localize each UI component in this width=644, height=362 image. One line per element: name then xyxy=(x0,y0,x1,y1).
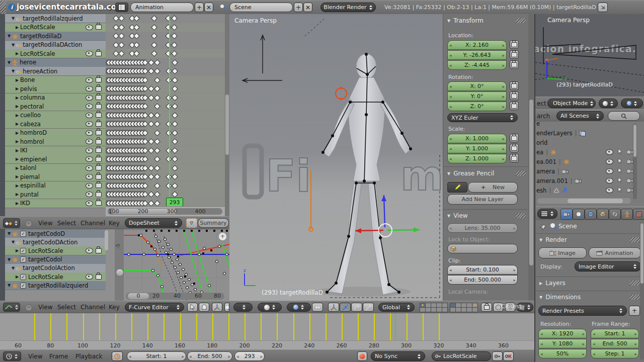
timeline-keyframe-line[interactable] xyxy=(245,313,246,340)
dope-key-row[interactable] xyxy=(106,102,225,111)
rotation-field-0[interactable]: ◂X: 0°▸ xyxy=(447,81,507,91)
keyframe-diamond[interactable] xyxy=(172,130,178,136)
dope-key-row[interactable] xyxy=(106,155,225,163)
renderable-camera-icon[interactable] xyxy=(627,178,633,183)
range-field-1[interactable]: ◂End: 500▸ xyxy=(591,339,639,348)
timeline-keyframe-line[interactable] xyxy=(131,313,132,340)
dope-key-row[interactable] xyxy=(106,94,225,102)
keyframe-point[interactable] xyxy=(162,246,164,248)
dope-key-row[interactable] xyxy=(106,41,225,49)
transform-panel-header[interactable]: ▼Transform xyxy=(447,17,484,24)
keyframe-diamond[interactable] xyxy=(133,15,140,22)
screen-layout-field[interactable]: Animation xyxy=(130,3,194,12)
dope-mode-dropdown[interactable]: DopeSheet xyxy=(125,218,182,228)
expand-panel-plus-icon[interactable]: + xyxy=(218,232,227,241)
timeline-keyframe-line[interactable] xyxy=(293,313,294,340)
keyframe-point[interactable] xyxy=(171,261,173,263)
keyframe-point[interactable] xyxy=(203,247,205,249)
graph-channel-targetrodillalzquierd[interactable]: ▼✓targetRodillalzquierd xyxy=(5,281,106,290)
timeline-keyframe-line[interactable] xyxy=(34,313,35,340)
keyframe-point[interactable] xyxy=(168,256,170,258)
outliner-row-amera[interactable]: amera| xyxy=(536,166,632,176)
expand-right-icon[interactable]: ▶ xyxy=(14,275,20,279)
decrement-arrow[interactable]: ◂ xyxy=(448,43,453,48)
decrement-arrow[interactable]: ◂ xyxy=(448,63,453,68)
keyframe-diamond[interactable] xyxy=(151,24,157,31)
panel-drag-widget[interactable] xyxy=(630,281,640,286)
renderable-camera-icon[interactable] xyxy=(627,168,633,173)
keyframe-diamond[interactable] xyxy=(133,50,140,57)
decrement-arrow[interactable]: ◂ xyxy=(448,53,453,58)
dope-key-row[interactable] xyxy=(106,190,225,199)
decrement-arrow[interactable]: ◂ xyxy=(448,84,453,89)
graph-channel-targetcododaction[interactable]: ▼◇◆targetCodoDAction xyxy=(5,238,106,246)
keyframe-point[interactable] xyxy=(186,286,188,289)
keyframe-diamond[interactable] xyxy=(148,121,154,127)
rotation-lock-button-0[interactable] xyxy=(510,81,519,90)
location-field-2[interactable]: ◂Z: -4.445▸ xyxy=(447,60,507,70)
dope-key-row[interactable] xyxy=(106,146,225,155)
keyframe-diamond[interactable] xyxy=(154,191,160,198)
keyframe-diamond[interactable] xyxy=(154,138,160,145)
timeline-keyframe-line[interactable] xyxy=(342,313,343,340)
keyframe-point[interactable] xyxy=(223,272,225,275)
expand-down-icon[interactable]: ▼ xyxy=(6,283,12,288)
dope-ruler[interactable]: 100200300400 xyxy=(106,206,225,216)
increment-arrow[interactable]: ▸ xyxy=(633,331,638,336)
dope-key-row[interactable] xyxy=(106,49,225,58)
editor-type-screen-layout-icon[interactable] xyxy=(115,3,128,12)
view-panel-header[interactable]: ▼View xyxy=(447,212,468,219)
range-field-0[interactable]: ◂Start: 1▸ xyxy=(591,329,639,338)
increment-arrow[interactable]: ▸ xyxy=(501,136,506,141)
keyframe-diamond[interactable] xyxy=(154,95,160,101)
dope-current-frame-line[interactable] xyxy=(169,14,170,206)
channel-checkbox[interactable]: ✓ xyxy=(20,231,26,237)
tab-texture[interactable] xyxy=(633,209,644,220)
expand-down-icon[interactable]: ▼ xyxy=(10,240,16,244)
summary-toggle[interactable]: Summary xyxy=(198,218,229,228)
visibility-eye-icon[interactable] xyxy=(606,188,613,193)
dope-key-area[interactable] xyxy=(0,14,229,216)
dope-key-row[interactable] xyxy=(106,182,225,190)
keyframe-diamond[interactable] xyxy=(133,33,140,39)
keyframe-point[interactable] xyxy=(157,240,160,242)
keyframe-point[interactable] xyxy=(165,251,167,253)
timeline-keyframe-line[interactable] xyxy=(374,313,375,340)
keyframe-diamond[interactable] xyxy=(172,59,178,66)
keyframe-diamond[interactable] xyxy=(151,42,157,48)
manipulator-rotate-icon[interactable] xyxy=(351,303,362,312)
outliner-row-esh[interactable]: esh| xyxy=(536,186,632,195)
timeline-keyframe-line[interactable] xyxy=(423,313,424,340)
timeline-ruler[interactable]: 6080100120140160180200220240260280300320… xyxy=(0,340,534,350)
timeline-keyframe-line[interactable] xyxy=(407,313,408,340)
increment-arrow[interactable]: ▸ xyxy=(501,53,506,58)
keyframe-diamond[interactable] xyxy=(154,183,160,189)
keyframe-point[interactable] xyxy=(160,285,163,288)
tab-world[interactable] xyxy=(585,209,597,220)
dope-key-row[interactable] xyxy=(106,120,225,128)
keyframe-point[interactable] xyxy=(164,238,166,240)
timeline-keyframe-line[interactable] xyxy=(228,313,229,340)
clip-end-field[interactable]: ◂End: 500.000▸ xyxy=(447,275,518,285)
keyframe-diamond[interactable] xyxy=(151,15,157,22)
keyframe-point[interactable] xyxy=(191,283,193,286)
outliner-vscrollbar[interactable] xyxy=(633,124,637,199)
dope-key-row[interactable] xyxy=(106,23,225,32)
timeline-keyframe-line[interactable] xyxy=(99,313,100,340)
close-layout-button[interactable]: ✕ xyxy=(204,3,213,12)
keyframe-point[interactable] xyxy=(146,241,149,243)
sync-dropdown[interactable]: No Sync xyxy=(371,351,425,361)
area-corner[interactable] xyxy=(0,1,6,14)
ghost-filter-icon[interactable]: 🜄 xyxy=(186,218,197,228)
dope-menu-view[interactable]: View xyxy=(38,220,52,227)
selectable-cursor-icon[interactable] xyxy=(618,168,622,173)
outliner-row-e[interactable]: e xyxy=(536,119,632,128)
keyframe-diamond[interactable] xyxy=(148,173,154,180)
tab-object[interactable] xyxy=(597,209,609,220)
render-panel-header[interactable]: ▼Render xyxy=(539,236,567,243)
n-panel-scrollbar[interactable] xyxy=(528,14,534,301)
keyframe-diamond[interactable] xyxy=(151,33,157,39)
visibility-eye-icon[interactable] xyxy=(606,178,613,184)
keyframe-diamond[interactable] xyxy=(172,103,178,110)
graph-menu-channel[interactable]: Channel xyxy=(80,304,105,311)
